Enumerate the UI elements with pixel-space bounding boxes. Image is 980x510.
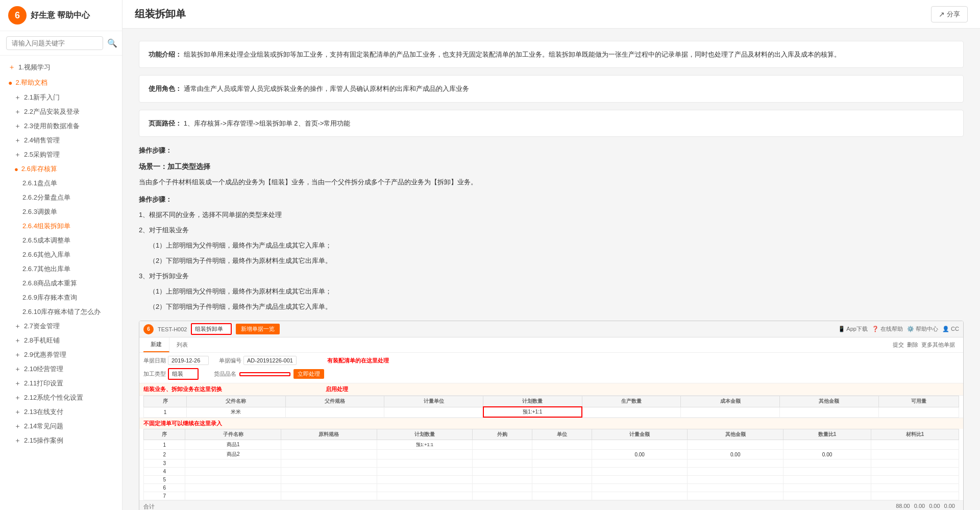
sidebar-item-video-learning[interactable]: ＋ 1.视频学习: [0, 60, 122, 75]
mock-lower-row-5: 5: [144, 476, 959, 484]
sidebar-item-purchase[interactable]: ＋ 2.5采购管理: [0, 148, 122, 162]
sidebar-item-coupon[interactable]: ＋ 2.9优惠券管理: [0, 348, 122, 362]
mock-search-btn[interactable]: 立即处理: [293, 369, 324, 379]
mock-app-window: 6 TEST-H002 组装拆卸单 新增单据一览 📱 App下载 ❓ 在线帮助 …: [139, 321, 963, 510]
page-path-text: 1、库存核算->库存管理->组装拆卸单 2、首页->常用功能: [184, 119, 351, 127]
plus-icon-s: ＋: [14, 136, 21, 145]
user-role-text: 通常由生产人员或库管人员完成拆装业务的操作，库管人员确认原材料的出库和产成品的入…: [184, 85, 469, 92]
mock-lower-row-2: 2商品20.000.000.00: [144, 450, 959, 459]
sidebar-item-payment[interactable]: ＋ 2.13在线支付: [0, 405, 122, 419]
step2-2: （2）下部明细为子件明细，最终作为原材料生成其它出库单。: [139, 254, 964, 268]
mock-dropdown[interactable]: 组装拆卸单: [191, 323, 232, 335]
sidebar-item-inventory[interactable]: ● 2.6库存核算: [0, 162, 122, 176]
mock-lower-row-3: 3: [144, 459, 959, 468]
mock-no-field: 单据编号 AD-20191226-001: [219, 356, 297, 365]
sidebar-item-data-prep[interactable]: ＋ 2.3使用前数据准备: [0, 119, 122, 133]
user-role-box: 使用角色： 通常由生产人员或库管人员完成拆装业务的操作，库管人员确认原材料的出库…: [139, 75, 964, 102]
plus-icon-s: ＋: [14, 436, 21, 445]
apps-icon: 📱 App下载: [838, 325, 868, 333]
plus-icon-s: ＋: [14, 393, 21, 402]
sidebar-leaf-transfer[interactable]: 2.6.3调拨单: [0, 205, 122, 219]
mock-logo: 6: [143, 324, 154, 334]
sidebar-item-operation[interactable]: ＋ 2.10经营管理: [0, 362, 122, 376]
mock-lower-row-7: 7: [144, 492, 959, 500]
sidebar-item-install[interactable]: ＋ 2.2产品安装及登录: [0, 105, 122, 119]
sidebar-leaf-assembly[interactable]: 2.6.4组装拆卸单: [0, 219, 122, 233]
sidebar-item-customize[interactable]: ＋ 2.12系统个性化设置: [0, 391, 122, 405]
plus-icon-s: ＋: [14, 336, 21, 345]
share-button[interactable]: ↗ 分享: [931, 6, 968, 22]
mock-date-field: 单据日期 2019-12-26: [143, 356, 209, 365]
mock-th-other-amount: 其他金额: [780, 396, 879, 407]
mock-app-id: TEST-H002: [158, 326, 187, 332]
sidebar-item-finance[interactable]: ＋ 2.7资金管理: [0, 319, 122, 333]
ann-assembly-switch: 组装业务、拆卸业务在这里切换: [143, 386, 222, 392]
page-title: 组装拆卸单: [135, 7, 186, 21]
step3-2: （2）下部明细为子件明细，最终作为产成品生成其它入库单。: [139, 300, 964, 313]
mock-lower-row-4: 4: [144, 468, 959, 476]
sidebar-item-faq[interactable]: ＋ 2.14常见问题: [0, 419, 122, 433]
nav-sub-items-docs: ＋ 2.1新手入门 ＋ 2.2产品安装及登录 ＋ 2.3使用前数据准备 ＋ 2.…: [0, 90, 122, 448]
sidebar-leaf-other-out[interactable]: 2.6.7其他出库单: [0, 262, 122, 276]
mock-type-annotation: 组装业务、拆卸业务在这里切换 启用处理: [139, 383, 963, 396]
ops-steps-label2: 操作步骤：: [139, 196, 172, 203]
sidebar-item-help-docs[interactable]: ● 2.帮助文档: [0, 75, 122, 90]
mock-th-unit: 计量单位: [384, 396, 483, 407]
mock-action-buttons: 提交 删除 更多其他单据: [889, 339, 959, 351]
mock-search-field: 货品品名 立即处理: [214, 369, 324, 379]
step1: 1、根据不同的业务，选择不同单据的类型来处理: [139, 208, 964, 222]
sidebar-leaf-stocktake[interactable]: 2.6.1盘点单: [0, 176, 122, 190]
feature-intro-label: 功能介绍：: [149, 51, 182, 58]
mock-tab-active[interactable]: 新建: [143, 337, 169, 352]
mock-form-area: 单据日期 2019-12-26 单据编号 AD-20191226-001 有装配…: [139, 353, 963, 383]
mock-th-cost-amount: 成本金额: [681, 396, 780, 407]
app-name: 好生意 帮助中心: [31, 10, 90, 21]
sidebar-leaf-other-in[interactable]: 2.6.6其他入库单: [0, 248, 122, 262]
mock-ann-nofixed: 不固定清单可以继续在这里录入: [139, 418, 963, 429]
search-input[interactable]: [6, 36, 103, 50]
step3: 3、对于拆卸业务: [139, 270, 964, 283]
sidebar-item-sales[interactable]: ＋ 2.4销售管理: [0, 133, 122, 148]
feature-intro-text: 组装拆卸单用来处理企业组装或拆卸等加工业务，支持有固定装配清单的产品加工业务，也…: [184, 51, 841, 58]
help-icon: ❓ 在线帮助: [872, 325, 903, 333]
sidebar-leaf-ledger-query[interactable]: 2.6.9库存账本查询: [0, 290, 122, 305]
feature-intro-box: 功能介绍： 组装拆卸单用来处理企业组装或拆卸等加工业务，支持有固定装配清单的产品…: [139, 41, 964, 68]
plus-icon-s: ＋: [14, 407, 21, 417]
ops-steps-section: 操作步骤： 场景一：加工类型选择 当由多个子件材料组装成一个成品的业务为【组装】…: [139, 144, 964, 313]
sidebar-leaf-partial-stocktake[interactable]: 2.6.2分量盘点单: [0, 190, 122, 205]
plus-icon-s: ＋: [14, 122, 21, 131]
ann-enable: 启用处理: [326, 386, 348, 392]
sidebar-leaf-ledger-error[interactable]: 2.6.10库存账本错了怎么办: [0, 305, 122, 319]
top-bar: 组装拆卸单 ↗ 分享: [122, 0, 980, 29]
settings-icon: ⚙️ 帮助中心: [907, 325, 938, 333]
screenshot-mockup: 6 TEST-H002 组装拆卸单 新增单据一览 📱 App下载 ❓ 在线帮助 …: [139, 321, 964, 510]
minus-icon: ●: [8, 79, 12, 87]
plus-icon-s: ＋: [14, 422, 21, 431]
sidebar-leaf-cost-recalc[interactable]: 2.6.8商品成本重算: [0, 276, 122, 290]
step3-1: （1）上部明细为父件明细，最终作为原材料生成其它出库单；: [139, 285, 964, 298]
scene1-title: 场景一：加工类型选择: [139, 162, 210, 171]
sidebar-item-new-user[interactable]: ＋ 2.1新手入门: [0, 90, 122, 105]
mock-appbar: 6 TEST-H002 组装拆卸单 新增单据一览 📱 App下载 ❓ 在线帮助 …: [139, 321, 963, 337]
sidebar-leaf-cost-adjust[interactable]: 2.6.5成本调整单: [0, 233, 122, 248]
app-logo-icon: 6: [8, 6, 27, 25]
logo-area: 6 好生意 帮助中心: [0, 0, 122, 31]
plus-icon-s: ＋: [14, 365, 21, 374]
plus-icon-s: ＋: [14, 93, 21, 102]
nav-section-videos: ＋ 1.视频学习: [0, 60, 122, 75]
mock-new-btn[interactable]: 新增单据一览: [236, 324, 280, 334]
sidebar-item-mobile[interactable]: ＋ 2.8手机旺铺: [0, 333, 122, 348]
sidebar-item-print[interactable]: ＋ 2.11打印设置: [0, 376, 122, 391]
main-content-area: 组装拆卸单 ↗ 分享 功能介绍： 组装拆卸单用来处理企业组装或拆卸等加工业务，支…: [122, 0, 980, 510]
plus-icon-s: ＋: [14, 107, 21, 116]
plus-icon-s: ＋: [14, 150, 21, 159]
sidebar-item-cases[interactable]: ＋ 2.15操作案例: [0, 433, 122, 448]
mock-th-plan-qty: 计划数量: [483, 396, 582, 407]
plus-icon-s: ＋: [14, 379, 21, 388]
nav-section-docs: ● 2.帮助文档 ＋ 2.1新手入门 ＋ 2.2产品安装及登录 ＋ 2.3使用前…: [0, 75, 122, 448]
mock-th-seq: 序: [144, 396, 187, 407]
search-button[interactable]: 🔍: [105, 37, 119, 49]
ops-steps-title: 操作步骤：: [139, 147, 172, 154]
mock-tab-list[interactable]: 列表: [169, 338, 195, 352]
mock-upper-row-1: 1 米米 预1:+1:1: [144, 407, 959, 417]
